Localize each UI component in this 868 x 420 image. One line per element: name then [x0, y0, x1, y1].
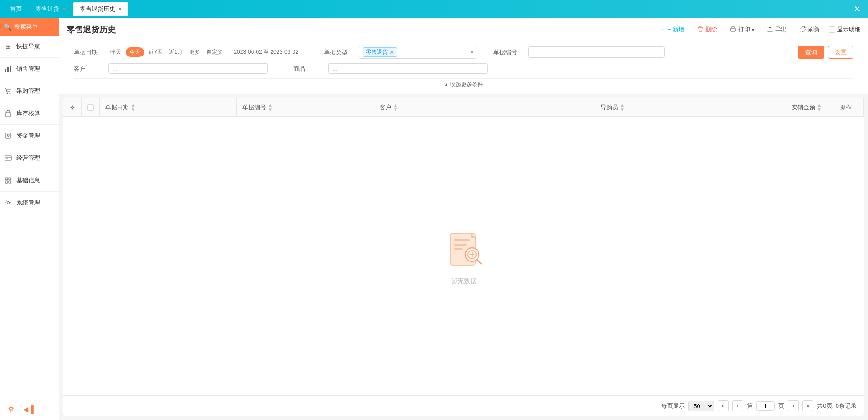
svg-point-4	[10, 93, 11, 94]
refresh-button[interactable]: 刷新	[796, 24, 823, 36]
sidebar-item-finance-label: 资金管理	[16, 132, 40, 140]
quick-nav-icon: ⊞	[4, 42, 13, 51]
sidebar-item-operation-label: 经营管理	[16, 154, 40, 162]
th-date-label: 单据日期	[105, 103, 129, 112]
next-page-button[interactable]: ›	[788, 400, 799, 411]
page-title: 零售退货历史	[67, 24, 116, 35]
date-opt-7days[interactable]: 近7天	[147, 47, 164, 57]
sidebar: 🔍 搜索菜单 ⊞ 快捷导航 销售管理 采购管理 库存核算	[0, 18, 59, 420]
tab-retail-return-history-close[interactable]: ✕	[118, 6, 122, 12]
first-page-button[interactable]: «	[718, 400, 729, 411]
customer-placeholder: ...	[113, 65, 118, 72]
system-icon	[4, 198, 13, 207]
customer-filter-label: 客户	[74, 65, 101, 73]
settings-button[interactable]: 设置	[828, 46, 853, 59]
sidebar-item-system-mgmt[interactable]: 系统管理	[0, 192, 59, 214]
sidebar-item-sales-label: 销售管理	[16, 65, 40, 73]
window-close-button[interactable]: ✕	[850, 2, 864, 16]
customer-select[interactable]: ...	[108, 63, 268, 74]
sidebar-item-operation[interactable]: 经营管理	[0, 147, 59, 169]
tab-home[interactable]: 首页	[4, 2, 28, 16]
svg-rect-23	[454, 248, 463, 250]
empty-text: 暂无数据	[451, 277, 477, 286]
date-opt-more[interactable]: 更多	[187, 47, 202, 57]
query-button[interactable]: 查询	[798, 46, 824, 59]
prev-page-button[interactable]: ‹	[732, 400, 743, 411]
new-button[interactable]: ＋ + 新增	[656, 24, 688, 36]
th-checkbox[interactable]	[82, 98, 100, 116]
doc-number-input[interactable]	[528, 46, 665, 58]
date-filter-label: 单据日期	[74, 48, 101, 56]
page-number-input[interactable]	[756, 401, 775, 411]
refresh-icon	[800, 26, 806, 34]
th-date-sort-icon: ▲▼	[131, 103, 135, 112]
svg-rect-8	[5, 156, 11, 160]
last-page-button[interactable]: »	[802, 400, 813, 411]
purchase-icon	[4, 87, 13, 96]
export-button[interactable]: 导出	[763, 24, 791, 36]
th-customer[interactable]: 客户 ▲▼	[374, 98, 595, 116]
refresh-label: 刷新	[808, 26, 820, 34]
header-checkbox	[87, 104, 94, 111]
sidebar-item-sales-mgmt[interactable]: 销售管理	[0, 58, 59, 80]
sidebar-item-finance[interactable]: 资金管理	[0, 125, 59, 147]
page-size-select[interactable]: 50 20 100	[688, 401, 714, 411]
goods-filter-label: 商品	[293, 65, 321, 73]
th-amount-sort-icon: ▲▼	[817, 103, 822, 112]
show-detail-checkbox-icon	[829, 26, 835, 33]
date-opt-custom[interactable]: 自定义	[205, 47, 225, 57]
svg-rect-17	[732, 30, 734, 30]
svg-point-19	[71, 106, 73, 108]
th-guide-sort-icon: ▲▼	[620, 103, 625, 112]
tab-list: 首页 零售退货 ✕ 零售退货历史 ✕	[4, 2, 850, 16]
sidebar-item-quick-nav[interactable]: ⊞ 快捷导航	[0, 36, 59, 58]
sidebar-search-label: 搜索菜单	[14, 23, 38, 31]
th-amount[interactable]: 实销金额 ▲▼	[711, 98, 827, 116]
sidebar-item-purchase-label: 采购管理	[16, 87, 40, 95]
tab-retail-return[interactable]: 零售退货 ✕	[29, 2, 72, 16]
table-header: 单据日期 ▲▼ 单据编号 ▲▼ 客户 ▲▼ 导购员 ▲▼ 实销金额 ▲▼	[63, 98, 864, 117]
tab-retail-return-close[interactable]: ✕	[62, 6, 66, 12]
date-opt-1month[interactable]: 近1月	[167, 47, 185, 57]
sidebar-item-base-info[interactable]: 基础信息	[0, 169, 59, 192]
sidebar-item-inventory[interactable]: 库存核算	[0, 102, 59, 125]
show-detail-toggle[interactable]: 显示明细	[829, 26, 861, 34]
svg-rect-18	[732, 31, 734, 31]
th-date[interactable]: 单据日期 ▲▼	[100, 98, 237, 116]
sidebar-bottom: ⚙ ◀▐	[0, 398, 59, 420]
sidebar-item-quick-nav-label: 快捷导航	[16, 42, 40, 51]
th-guide-label: 导购员	[601, 103, 618, 112]
collapse-button[interactable]: ▲ 收起更多条件	[74, 78, 853, 90]
svg-rect-11	[5, 178, 8, 180]
next-page-icon: ›	[792, 403, 794, 409]
doc-type-tag-close[interactable]: ✕	[390, 49, 394, 56]
doc-type-select[interactable]: 零售退货 ✕ ▾	[359, 46, 477, 59]
th-number[interactable]: 单据编号 ▲▼	[237, 98, 374, 116]
svg-rect-22	[454, 244, 467, 246]
doc-type-chevron-icon: ▾	[471, 50, 473, 55]
th-amount-label: 实销金额	[791, 103, 815, 112]
collapse-label: 收起更多条件	[450, 81, 483, 88]
sidebar-search[interactable]: 🔍 搜索菜单	[0, 18, 59, 36]
sales-icon	[4, 64, 13, 73]
delete-label: 删除	[705, 26, 717, 34]
th-guide[interactable]: 导购员 ▲▼	[595, 98, 711, 116]
svg-rect-13	[5, 181, 8, 183]
first-page-icon: «	[722, 403, 725, 409]
date-opt-yesterday[interactable]: 昨天	[108, 47, 123, 57]
tab-retail-return-history[interactable]: 零售退货历史 ✕	[73, 2, 128, 16]
doc-type-tag-label: 零售退货	[366, 48, 388, 56]
sidebar-item-purchase-mgmt[interactable]: 采购管理	[0, 80, 59, 102]
th-action: 操作	[827, 98, 864, 116]
delete-button[interactable]: 删除	[693, 24, 721, 36]
sidebar-settings-btn[interactable]: ⚙	[5, 403, 17, 415]
print-icon	[730, 26, 736, 34]
sidebar-audio-btn[interactable]: ◀▐	[22, 403, 35, 415]
date-opt-today[interactable]: 今天	[126, 47, 144, 57]
print-button[interactable]: 打印 ▾	[726, 24, 758, 36]
th-settings[interactable]	[63, 98, 82, 116]
goods-select[interactable]: ...	[328, 63, 488, 74]
show-detail-label: 显示明细	[837, 26, 861, 34]
export-icon	[767, 26, 773, 34]
delete-icon	[697, 26, 704, 34]
